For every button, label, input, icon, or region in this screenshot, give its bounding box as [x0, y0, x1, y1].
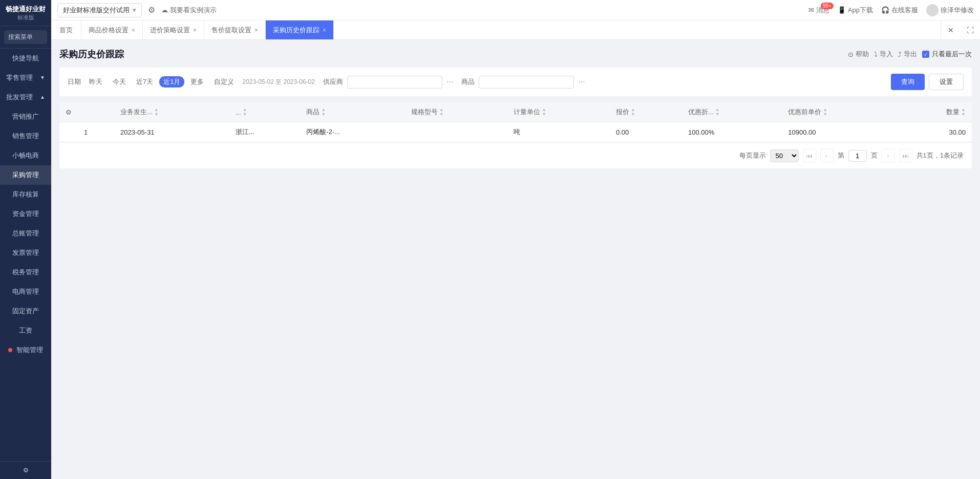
tab-expand-button[interactable]: ⛶ — [961, 20, 980, 40]
smart-dot — [8, 348, 12, 352]
only-last-label: 只看最后一次 — [932, 50, 972, 59]
page-last-button[interactable]: ⏭ — [899, 149, 912, 162]
tab-sale-price[interactable]: 售价提取设置 × — [204, 20, 266, 40]
col-biz-date[interactable]: 业务发生... ▲▼ — [114, 102, 229, 122]
import-button[interactable]: ⤵ 导入 — [874, 50, 893, 59]
col-quote[interactable]: 报价 ▲▼ — [610, 102, 682, 122]
sidebar-item-ecommerce-small[interactable]: 小畅电商 — [0, 146, 51, 165]
tab-price[interactable]: 商品价格设置 × — [81, 20, 143, 40]
tab-sale-price-close[interactable]: × — [254, 27, 258, 34]
tab-close-button[interactable]: ✕ — [941, 20, 961, 40]
export-button[interactable]: ⤴ 导出 — [898, 50, 917, 59]
sidebar-item-tax[interactable]: 税务管理 — [0, 263, 51, 282]
sidebar-settings-button[interactable]: ⚙ — [0, 462, 51, 479]
message-button[interactable]: ✉ 消息 99+ — [808, 6, 829, 15]
pagination: 每页显示 50 100 200 ⏮ ‹ 第 页 › ⏭ 共1页，1条记录 — [59, 142, 972, 168]
company-selector[interactable]: 好业财标准版交付试用 ▾ — [57, 3, 142, 17]
page-first-button[interactable]: ⏮ — [803, 149, 816, 162]
service-label: 在线客服 — [891, 6, 918, 15]
col-quantity[interactable]: 数量 ▲▼ — [900, 102, 972, 122]
tab-sale-price-label: 售价提取设置 — [211, 26, 251, 35]
sidebar-item-retail[interactable]: 零售管理 ▼ — [0, 68, 51, 88]
supplier-dots[interactable]: ··· — [446, 77, 453, 86]
message-icon: ✉ — [808, 6, 814, 14]
per-page-label: 每页显示 — [739, 151, 766, 160]
page-prev-button[interactable]: ‹ — [820, 149, 834, 162]
sidebar-item-marketing[interactable]: 营销推广 — [0, 107, 51, 126]
date-opt-more[interactable]: 更多 — [186, 76, 208, 88]
sidebar-item-finance[interactable]: 资金管理 — [0, 204, 51, 224]
tab-purchase-history-close[interactable]: × — [323, 27, 326, 34]
sidebar-item-ecommerce[interactable]: 电商管理 — [0, 282, 51, 301]
col-discount[interactable]: 优惠折... ▲▼ — [682, 102, 782, 122]
query-button[interactable]: 查询 — [891, 74, 925, 90]
page-label: 第 — [838, 151, 844, 160]
demo-label: 我要看实例演示 — [170, 6, 217, 15]
date-options: 昨天 今天 近7天 近1月 更多 自定义 — [85, 76, 238, 88]
table-settings-icon[interactable]: ⚙ — [66, 108, 72, 116]
page-header: 采购历史价跟踪 ⊙ 帮助 ⤵ 导入 ⤴ 导出 — [59, 48, 972, 60]
page-number-input[interactable] — [848, 150, 867, 162]
date-label: 日期 — [68, 77, 81, 86]
selector-arrow: ▾ — [133, 6, 136, 14]
help-button[interactable]: ⊙ 帮助 — [848, 50, 869, 59]
tab-purchase-strategy-close[interactable]: × — [193, 27, 197, 34]
sidebar-bottom: ⚙ — [0, 461, 51, 479]
sidebar-item-ledger[interactable]: 总账管理 — [0, 224, 51, 243]
date-opt-custom[interactable]: 自定义 — [210, 76, 238, 88]
col-unit[interactable]: 计量单位 ▲▼ — [507, 102, 610, 122]
page-next-button[interactable]: › — [882, 149, 895, 162]
tab-purchase-strategy[interactable]: 进价策略设置 × — [143, 20, 204, 40]
sidebar-item-sales[interactable]: 销售管理 — [0, 126, 51, 146]
tab-price-label: 商品价格设置 — [89, 26, 129, 35]
customer-service-button[interactable]: 🎧 在线客服 — [881, 6, 918, 15]
export-label: 导出 — [904, 50, 917, 59]
tab-home[interactable]: 首页 — [51, 20, 81, 40]
cell-quote: 0.00 — [610, 122, 682, 142]
sidebar-item-inventory[interactable]: 库存核算 — [0, 185, 51, 204]
supplier-input[interactable] — [347, 76, 442, 89]
only-last-checkbox[interactable]: ✓ 只看最后一次 — [922, 50, 972, 59]
search-menu-button[interactable]: 搜索菜单 — [4, 30, 47, 44]
tab-purchase-strategy-label: 进价策略设置 — [150, 26, 190, 35]
total-info: 共1页，1条记录 — [917, 151, 964, 160]
date-opt-last1month[interactable]: 近1月 — [159, 76, 184, 88]
date-opt-last7[interactable]: 近7天 — [132, 76, 157, 88]
date-opt-yesterday[interactable]: 昨天 — [85, 76, 106, 88]
filter-settings-button[interactable]: 设置 — [929, 74, 964, 90]
page-header-actions: ⊙ 帮助 ⤵ 导入 ⤴ 导出 ✓ 只看最后一 — [848, 50, 972, 59]
tab-purchase-history[interactable]: 采购历史价跟踪 × — [266, 20, 334, 40]
page-size-select[interactable]: 50 100 200 — [770, 149, 799, 162]
goods-label: 商品 — [461, 77, 475, 86]
tab-price-close[interactable]: × — [132, 27, 135, 34]
col-pre-discount-price[interactable]: 优惠前单价 ▲▼ — [782, 102, 900, 122]
sidebar-item-smart[interactable]: 智能管理 — [0, 340, 51, 360]
col-more[interactable]: ... ▲▼ — [229, 102, 301, 122]
cell-seq: 1 — [78, 122, 114, 142]
sidebar-item-quick-nav[interactable]: 快捷导航 — [0, 49, 51, 68]
sidebar-item-assets[interactable]: 固定资产 — [0, 301, 51, 321]
help-icon: ⊙ — [848, 51, 854, 58]
date-opt-today[interactable]: 今天 — [109, 76, 130, 88]
sidebar-item-purchase[interactable]: 采购管理 — [0, 165, 51, 185]
table-header-row: ⚙ 业务发生... ▲▼ ... — [59, 102, 972, 122]
tab-actions: ✕ ⛶ — [941, 20, 980, 40]
demo-icon: ☁ — [161, 6, 168, 14]
sidebar-item-salary[interactable]: 工资 — [0, 321, 51, 340]
topbar-settings-icon[interactable]: ⚙ — [148, 5, 155, 15]
checkbox-icon: ✓ — [922, 51, 929, 58]
goods-input[interactable] — [479, 76, 574, 89]
user-name: 徐泽华修改 — [941, 6, 974, 15]
sidebar-item-invoice[interactable]: 发票管理 — [0, 243, 51, 263]
col-goods[interactable]: 商品 ▲▼ — [300, 102, 404, 122]
topbar: 好业财标准版交付试用 ▾ ⚙ ☁ 我要看实例演示 ✉ 消息 99+ 📱 App下… — [51, 0, 980, 20]
filter-actions: 查询 设置 — [891, 74, 964, 90]
user-profile[interactable]: 徐泽华修改 — [926, 4, 974, 16]
sidebar-item-wholesale[interactable]: 批发管理 ▲ — [0, 88, 51, 107]
goods-dots[interactable]: ··· — [578, 77, 585, 86]
demo-button[interactable]: ☁ 我要看实例演示 — [161, 6, 217, 15]
table-row: 1 2023-05-31 浙江... 丙烯酸-2-... 吨 0.00 100.… — [59, 122, 972, 142]
sidebar-search[interactable]: 搜索菜单 — [0, 26, 51, 49]
app-download-button[interactable]: 📱 App下载 — [838, 6, 873, 15]
col-spec[interactable]: 规格型号 ▲▼ — [405, 102, 507, 122]
